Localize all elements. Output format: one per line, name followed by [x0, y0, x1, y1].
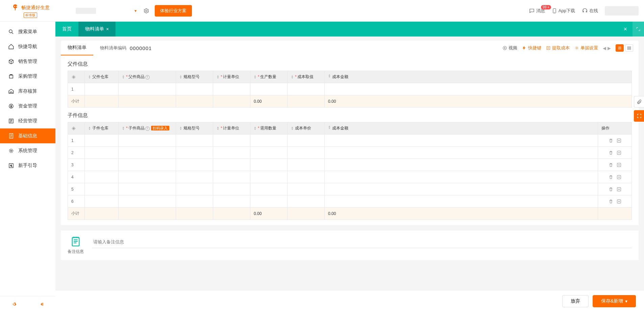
sidebar-item-label: 基础信息: [18, 133, 37, 139]
delete-row-icon[interactable]: [609, 163, 613, 167]
sidebar-item-basic-info[interactable]: 基础信息: [0, 128, 55, 143]
add-row-icon[interactable]: [617, 138, 621, 143]
close-icon[interactable]: ×: [106, 26, 109, 32]
tab-bom[interactable]: 物料清单 ×: [78, 22, 116, 37]
col-gear[interactable]: [68, 71, 85, 83]
sidebar-list: 搜索菜单 快捷导航 销售管理 采购管理 库存核算 资金管理: [0, 22, 55, 296]
delete-row-icon[interactable]: [609, 150, 613, 155]
sidebar-item-purchase[interactable]: 采购管理: [0, 69, 55, 84]
add-row-icon[interactable]: [617, 187, 621, 192]
action-doc-settings[interactable]: 单据设置: [574, 45, 598, 51]
experience-button[interactable]: 体验行业方案: [155, 5, 192, 17]
sidebar-item-business[interactable]: 经营管理: [0, 114, 55, 128]
sidebar-item-label: 快捷导航: [18, 44, 37, 50]
col-parent-warehouse[interactable]: ▲▼父件仓库: [85, 71, 119, 83]
sidebar-item-sales[interactable]: 销售管理: [0, 54, 55, 69]
delete-row-icon[interactable]: [609, 187, 613, 192]
action-video[interactable]: 视频: [502, 45, 517, 51]
sidebar-item-system[interactable]: 系统管理: [0, 143, 55, 158]
settings-gear-icon[interactable]: [143, 8, 149, 14]
remark-input[interactable]: [92, 236, 632, 248]
col-parent-product[interactable]: ▲▼*父件商品?: [119, 71, 176, 83]
col-child-unit[interactable]: ▲▼*计量单位: [213, 122, 250, 135]
add-row-icon[interactable]: [617, 150, 621, 155]
col-child-qty[interactable]: ▲▼*需用数量: [250, 122, 288, 135]
child-section-title: 子件信息: [68, 112, 632, 119]
help-icon[interactable]: ?: [145, 75, 150, 79]
child-table: ▲▼子件仓库 ▲▼*子件商品?扫码录入 ▲▼规格型号 ▲▼*计量单位 ▲▼*需用…: [68, 122, 632, 220]
tabs-close-all-icon[interactable]: ×: [618, 26, 633, 33]
company-name-redacted: [76, 8, 96, 14]
col-gear[interactable]: [68, 122, 85, 135]
sidebar-settings-icon[interactable]: [11, 301, 17, 307]
svg-point-8: [10, 150, 12, 151]
child-row[interactable]: 6: [68, 195, 632, 208]
sidebar-item-label: 系统管理: [18, 148, 37, 154]
action-shortcut[interactable]: 快捷键: [522, 45, 541, 51]
parent-row[interactable]: 1: [68, 83, 632, 95]
tabs-expand-icon[interactable]: [633, 22, 644, 37]
doc-code-value: 0000001: [130, 45, 152, 51]
col-child-product[interactable]: ▲▼*子件商品?扫码录入: [119, 122, 176, 135]
fullscreen-icon[interactable]: [634, 110, 644, 122]
header-right: 消息 99 + App下载 在线: [529, 6, 639, 16]
prev-doc-icon[interactable]: ◀: [603, 46, 606, 51]
col-parent-cost-basis[interactable]: ▲▼*成本取值: [288, 71, 325, 83]
sidebar-item-label: 资金管理: [18, 103, 37, 109]
svg-rect-14: [629, 47, 631, 48]
svg-point-17: [73, 76, 74, 78]
add-row-icon[interactable]: [617, 175, 621, 179]
sidebar-item-quicknav[interactable]: 快捷导航: [0, 39, 55, 54]
delete-row-icon[interactable]: [609, 199, 613, 204]
col-parent-qty[interactable]: ▲▼*生产数量: [250, 71, 288, 83]
view-card-icon[interactable]: [625, 44, 633, 52]
child-row[interactable]: 2: [68, 147, 632, 159]
col-parent-unit[interactable]: ▲▼*计量单位: [213, 71, 250, 83]
company-selector[interactable]: ▾: [72, 6, 140, 15]
scan-tag[interactable]: 扫码录入: [151, 126, 169, 130]
child-row[interactable]: 4: [68, 171, 632, 183]
online-support-link[interactable]: 在线: [582, 8, 598, 14]
sidebar-item-inventory[interactable]: 库存核算: [0, 84, 55, 99]
warehouse-icon: [8, 88, 14, 94]
sidebar-item-label: 销售管理: [18, 58, 37, 65]
child-row[interactable]: 3: [68, 159, 632, 171]
col-child-cost-amount[interactable]: ▲▼成本金额: [325, 122, 598, 135]
col-child-unit-cost[interactable]: ▲▼成本单价: [288, 122, 325, 135]
subtab-bom[interactable]: 物料清单: [61, 41, 93, 55]
child-subtotal-row: 小计 0.00 0.00: [68, 208, 632, 220]
col-parent-spec[interactable]: ▲▼规格型号: [176, 71, 213, 83]
help-icon[interactable]: ?: [145, 126, 150, 131]
child-row[interactable]: 1: [68, 135, 632, 147]
sidebar-item-finance[interactable]: 资金管理: [0, 99, 55, 114]
tab-home[interactable]: 首页: [55, 22, 78, 37]
col-parent-cost-amount[interactable]: ▲▼成本金额: [325, 71, 632, 83]
chart-icon: [8, 118, 14, 124]
app-download-link[interactable]: App下载: [552, 8, 575, 14]
col-child-spec[interactable]: ▲▼规格型号: [176, 122, 213, 135]
content-scroll[interactable]: 物料清单 物料清单编码 0000001 视频 快捷键 提取成本: [55, 37, 644, 290]
sidebar-collapse-icon[interactable]: [39, 301, 45, 307]
child-row[interactable]: 5: [68, 183, 632, 195]
svg-point-12: [576, 47, 577, 49]
messages-link[interactable]: 消息 99 +: [529, 8, 545, 14]
discard-button[interactable]: 放弃: [562, 295, 589, 307]
user-avatar-redacted[interactable]: [605, 6, 639, 16]
sidebar-item-label: 经营管理: [18, 118, 37, 124]
delete-row-icon[interactable]: [609, 138, 613, 143]
save-new-button[interactable]: 保存&新增 ▾: [593, 295, 636, 307]
col-child-warehouse[interactable]: ▲▼子件仓库: [85, 122, 119, 135]
col-child-op: 操作: [598, 122, 632, 135]
sidebar-item-search[interactable]: 搜索菜单: [0, 24, 55, 39]
add-row-icon[interactable]: [617, 199, 621, 204]
delete-row-icon[interactable]: [609, 175, 613, 179]
add-row-icon[interactable]: [617, 163, 621, 167]
view-list-icon[interactable]: [616, 44, 624, 52]
action-extract-cost[interactable]: 提取成本: [546, 45, 570, 51]
brand-edition: 标准版: [24, 13, 37, 18]
sidebar-item-guide[interactable]: 新手引导: [0, 158, 55, 173]
doc-icon: [8, 133, 14, 139]
sidebar-item-label: 采购管理: [18, 73, 37, 79]
attachment-icon[interactable]: [634, 96, 644, 107]
next-doc-icon[interactable]: ▶: [608, 46, 611, 51]
